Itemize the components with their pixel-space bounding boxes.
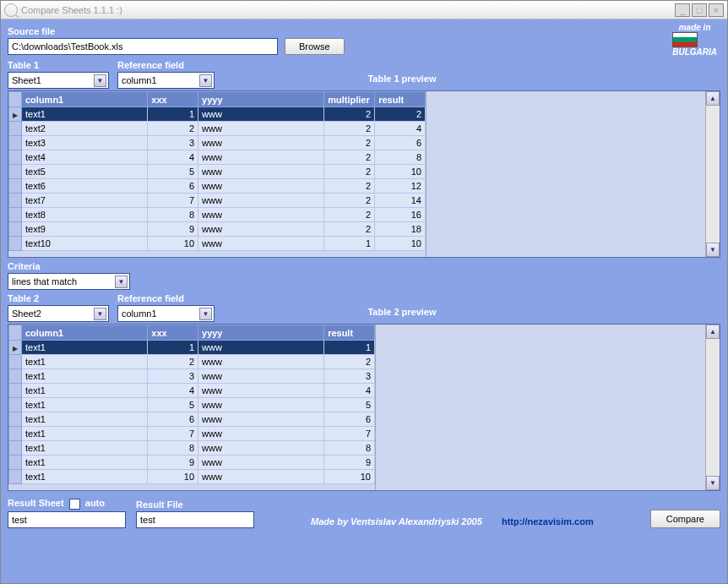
- cell[interactable]: 4: [148, 150, 198, 165]
- cell[interactable]: www: [198, 179, 324, 194]
- table-row[interactable]: text66www212: [9, 179, 426, 194]
- cell[interactable]: www: [198, 456, 324, 470]
- cell[interactable]: www: [198, 341, 324, 355]
- close-button[interactable]: ×: [709, 3, 724, 17]
- cell[interactable]: text1: [22, 107, 148, 122]
- table-row[interactable]: text99www218: [9, 222, 426, 237]
- auto-checkbox[interactable]: [69, 499, 80, 510]
- cell[interactable]: www: [198, 470, 324, 484]
- cell[interactable]: text1: [22, 369, 148, 384]
- column-header[interactable]: yyyy: [198, 92, 324, 107]
- cell[interactable]: 2: [148, 122, 198, 136]
- scroll-down-icon[interactable]: ▼: [706, 243, 720, 257]
- table2-grid[interactable]: column1xxxyyyyresulttext11www1text12www2…: [8, 324, 720, 491]
- maximize-button[interactable]: □: [692, 3, 707, 17]
- table-row[interactable]: text12www2: [9, 355, 375, 369]
- cell[interactable]: 7: [324, 427, 375, 441]
- table-row[interactable]: text77www214: [9, 194, 426, 208]
- column-header[interactable]: column1: [22, 325, 148, 341]
- table-row[interactable]: text88www216: [9, 208, 426, 222]
- table-row[interactable]: text33www26: [9, 136, 426, 150]
- cell[interactable]: 6: [324, 412, 375, 427]
- cell[interactable]: 10: [375, 237, 426, 251]
- table-row[interactable]: text22www24: [9, 122, 426, 136]
- cell[interactable]: 18: [375, 222, 426, 237]
- cell[interactable]: 2: [324, 165, 375, 179]
- table-row[interactable]: text1010www110: [9, 237, 426, 251]
- cell[interactable]: www: [198, 194, 324, 208]
- table-row[interactable]: text14www4: [9, 384, 375, 398]
- cell[interactable]: 5: [324, 398, 375, 412]
- cell[interactable]: text1: [22, 441, 148, 456]
- cell[interactable]: 2: [324, 194, 375, 208]
- cell[interactable]: 10: [375, 165, 426, 179]
- scroll-up-icon[interactable]: ▲: [706, 91, 720, 106]
- cell[interactable]: 2: [324, 122, 375, 136]
- cell[interactable]: text1: [22, 412, 148, 427]
- scroll-up-icon[interactable]: ▲: [706, 325, 720, 339]
- cell[interactable]: 6: [148, 412, 198, 427]
- table-row[interactable]: text55www210: [9, 165, 426, 179]
- cell[interactable]: 10: [148, 470, 198, 484]
- cell[interactable]: 7: [148, 427, 198, 441]
- browse-button[interactable]: Browse: [285, 38, 345, 55]
- table-row[interactable]: text18www8: [9, 441, 375, 456]
- scrollbar[interactable]: ▲ ▼: [705, 91, 720, 257]
- titlebar[interactable]: Compare Sheets 1.1.1 :) _ □ ×: [1, 1, 727, 19]
- cell[interactable]: 8: [324, 441, 375, 456]
- table-row[interactable]: text11www1: [9, 341, 375, 355]
- cell[interactable]: 2: [324, 222, 375, 237]
- cell[interactable]: www: [198, 384, 324, 398]
- cell[interactable]: www: [198, 412, 324, 427]
- cell[interactable]: 2: [324, 179, 375, 194]
- cell[interactable]: text10: [22, 237, 148, 251]
- cell[interactable]: text4: [22, 150, 148, 165]
- cell[interactable]: text8: [22, 208, 148, 222]
- table1-grid[interactable]: column1xxxyyyymultiplierresulttext11www2…: [8, 90, 720, 258]
- cell[interactable]: www: [198, 107, 324, 122]
- cell[interactable]: www: [198, 237, 324, 251]
- result-file-input[interactable]: [136, 511, 254, 528]
- website-link[interactable]: http://nezavisim.com: [502, 516, 594, 527]
- cell[interactable]: 6: [375, 136, 426, 150]
- source-file-input[interactable]: [8, 38, 278, 55]
- cell[interactable]: 4: [375, 122, 426, 136]
- table-row[interactable]: text11www22: [9, 107, 426, 122]
- table-row[interactable]: text110www10: [9, 470, 375, 484]
- scroll-down-icon[interactable]: ▼: [706, 476, 720, 490]
- cell[interactable]: 9: [148, 222, 198, 237]
- cell[interactable]: www: [198, 441, 324, 456]
- criteria-select[interactable]: lines that match ▼: [8, 273, 130, 290]
- table-row[interactable]: text15www5: [9, 398, 375, 412]
- cell[interactable]: 4: [148, 384, 198, 398]
- ref1-select[interactable]: column1 ▼: [117, 72, 215, 89]
- cell[interactable]: 12: [375, 179, 426, 194]
- cell[interactable]: 14: [375, 194, 426, 208]
- cell[interactable]: 1: [324, 237, 375, 251]
- cell[interactable]: www: [198, 136, 324, 150]
- cell[interactable]: 3: [148, 136, 198, 150]
- cell[interactable]: 4: [324, 384, 375, 398]
- cell[interactable]: www: [198, 222, 324, 237]
- cell[interactable]: 8: [148, 208, 198, 222]
- column-header[interactable]: result: [375, 92, 426, 107]
- cell[interactable]: www: [198, 369, 324, 384]
- cell[interactable]: text2: [22, 122, 148, 136]
- cell[interactable]: text1: [22, 341, 148, 355]
- cell[interactable]: 16: [375, 208, 426, 222]
- table-row[interactable]: text16www6: [9, 412, 375, 427]
- cell[interactable]: 9: [148, 456, 198, 470]
- cell[interactable]: www: [198, 355, 324, 369]
- ref2-select[interactable]: column1 ▼: [117, 305, 215, 322]
- cell[interactable]: text3: [22, 136, 148, 150]
- cell[interactable]: 2: [375, 107, 426, 122]
- cell[interactable]: 1: [324, 341, 375, 355]
- cell[interactable]: 1: [148, 341, 198, 355]
- table2-select[interactable]: Sheet2 ▼: [8, 305, 109, 322]
- cell[interactable]: text1: [22, 427, 148, 441]
- scrollbar[interactable]: ▲ ▼: [705, 325, 720, 490]
- table-row[interactable]: text44www28: [9, 150, 426, 165]
- cell[interactable]: 1: [148, 107, 198, 122]
- compare-button[interactable]: Compare: [650, 510, 720, 528]
- cell[interactable]: 8: [148, 441, 198, 456]
